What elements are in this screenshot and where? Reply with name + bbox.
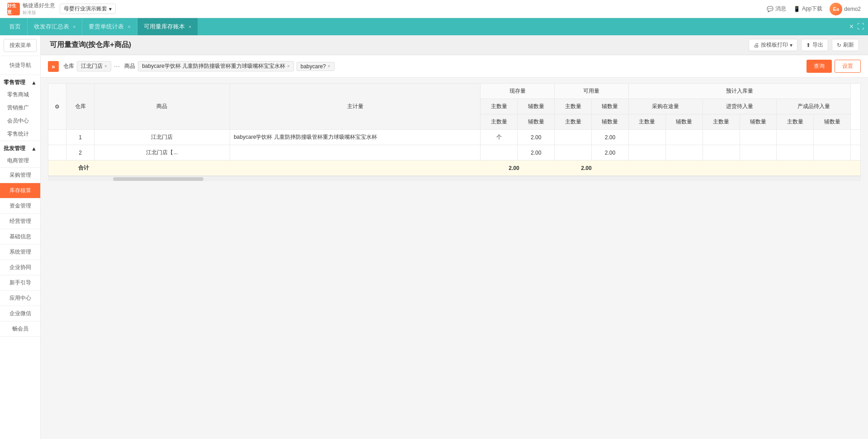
page-header: 可用量查询(按仓库+商品) 🖨 按模板打印 ▾ ⬆ 导出 ↻ 刷新 [41, 35, 868, 55]
sidebar-group-retail-header[interactable]: 零售管理 ▲ [0, 75, 40, 88]
warehouse-tag-close[interactable]: × [104, 64, 107, 69]
tab-orders-close[interactable]: × [127, 24, 130, 29]
row-production-aux-0 [851, 130, 861, 145]
th-available-main2: 主数量 [555, 114, 592, 130]
fullscreen-icon[interactable]: ⛶ [857, 23, 864, 31]
user-profile[interactable]: Ea demo2 [830, 3, 861, 15]
gear-icon: ⚙ [55, 104, 60, 110]
tab-available-close[interactable]: × [189, 24, 191, 29]
row-product-0: babycare学饮杯 儿童防摔防撞吸管杯重力球吸嘴杯宝宝水杯 [230, 130, 480, 145]
row-incoming-main-1 [740, 145, 777, 160]
sidebar-item-ecommerce[interactable]: 电商管理 [0, 154, 40, 167]
chevron-down-icon: ▾ [109, 6, 112, 12]
row-warehouse-1: 江北门店【... [94, 145, 230, 160]
tab-orders[interactable]: 要货单统计表 × [82, 18, 137, 35]
th-stock-aux: 辅数量 [518, 99, 555, 114]
page-actions: 🖨 按模板打印 ▾ ⬆ 导出 ↻ 刷新 [749, 39, 859, 51]
print-chevron-icon: ▾ [790, 42, 793, 48]
th-gear[interactable]: ⚙ [48, 84, 66, 130]
th-available-aux2: 辅数量 [591, 114, 628, 130]
row-purchase-main-0 [665, 130, 703, 145]
warehouse-tag[interactable]: 江北门店 × [77, 61, 111, 71]
row-incoming-main-0 [740, 130, 777, 145]
sidebar-item-basics[interactable]: 基础信息 [0, 229, 40, 245]
tab-bar-actions: × ⛶ [849, 23, 868, 31]
th-stock-main2: 主数量 [481, 114, 518, 130]
th-unit: 主计量 [230, 84, 480, 130]
product-tag2[interactable]: babycare? × [297, 62, 335, 71]
row-production-main-1 [814, 145, 851, 160]
row-incoming-aux-1 [777, 145, 814, 160]
sidebar-item-retail-mall[interactable]: 零售商城 [0, 88, 40, 101]
row-warehouse-0: 江北门店 [94, 130, 230, 145]
warehouse-more-icon[interactable]: ··· [114, 62, 120, 71]
sidebar-item-member[interactable]: 会员中心 [0, 114, 40, 127]
sidebar-item-operations[interactable]: 经营管理 [0, 214, 40, 229]
sidebar-group-retail: 零售管理 ▲ 零售商城 营销推广 会员中心 零售统计 [0, 75, 40, 141]
row-purchase-aux-0 [703, 130, 740, 145]
query-button[interactable]: 查询 [807, 60, 832, 73]
export-button[interactable]: ⬆ 导出 [801, 39, 828, 51]
sidebar-item-finance[interactable]: 资金管理 [0, 198, 40, 214]
row-available-aux-1 [628, 145, 665, 160]
sidebar-item-inventory[interactable]: 库存核算 [0, 183, 40, 198]
sidebar-item-purchase[interactable]: 采购管理 [0, 168, 40, 183]
sidebar: 搜索菜单 快捷导航 零售管理 ▲ 零售商城 营销推广 会员中心 零售统计 批发管… [0, 35, 41, 439]
th-incoming-aux: 辅数量 [740, 114, 777, 130]
sidebar-item-system[interactable]: 系统管理 [0, 245, 40, 260]
sidebar-item-guide[interactable]: 新手引导 [0, 275, 40, 291]
row-incoming-aux-0 [777, 130, 814, 145]
filter-toggle-button[interactable]: » [48, 61, 59, 72]
enterprise-select[interactable]: 母婴行业演示账套 ▾ [60, 4, 116, 14]
row-stock-aux-0 [555, 130, 592, 145]
scroll-thumb[interactable] [113, 177, 203, 181]
tab-home[interactable]: 首页 [0, 18, 28, 35]
table-scrollbar[interactable] [48, 176, 861, 181]
row-production-aux-1 [851, 145, 861, 160]
sidebar-item-marketing[interactable]: 营销推广 [0, 101, 40, 114]
sidebar-item-quick-nav[interactable]: 快捷导航 [0, 59, 40, 72]
product-tag1-close[interactable]: × [287, 64, 290, 69]
row-gear-1 [48, 145, 66, 160]
logo-text: 畅捷通好生意 标准版 [23, 2, 55, 16]
tab-available[interactable]: 可用量库存账本 × [137, 18, 198, 35]
row-gear-0 [48, 130, 66, 145]
th-production-aux: 辅数量 [814, 114, 851, 130]
refresh-icon: ↻ [837, 42, 841, 48]
sidebar-search-area: 搜索菜单 [0, 35, 40, 56]
chevron-up-icon: ▲ [31, 80, 37, 86]
row-available-main-0: 2.00 [591, 130, 628, 145]
data-table: ⚙ 仓库 商品 主计量 现存量 可用量 预计入库量 主数量 辅数量 主数量 辅数… [48, 83, 861, 160]
sidebar-item-retail-stats[interactable]: 零售统计 [0, 127, 40, 141]
sidebar-item-wechat[interactable]: 企业微信 [0, 306, 40, 321]
main-layout: 搜索菜单 快捷导航 零售管理 ▲ 零售商城 营销推广 会员中心 零售统计 批发管… [0, 35, 868, 439]
refresh-button[interactable]: ↻ 刷新 [832, 39, 859, 51]
row-index-1: 2 [66, 145, 94, 160]
product-tag1[interactable]: babycare学饮杯 儿童防摔防撞吸管杯重力球吸嘴杯宝宝水杯 × [138, 61, 294, 71]
filter-warehouse: 仓库 江北门店 × ··· [63, 61, 120, 71]
message-icon: 💬 [767, 6, 774, 12]
tab-receipts-close[interactable]: × [73, 24, 75, 29]
header-left: 好生意 畅捷通好生意 标准版 母婴行业演示账套 ▾ [7, 2, 116, 16]
row-stock-main-0: 2.00 [518, 130, 555, 145]
message-button[interactable]: 💬 消息 [767, 5, 786, 13]
product-tag2-close[interactable]: × [328, 64, 330, 69]
tab-close-all-icon[interactable]: × [849, 23, 854, 31]
search-menu-button[interactable]: 搜索菜单 [4, 39, 37, 52]
row-unit-1 [481, 145, 518, 160]
print-button[interactable]: 🖨 按模板打印 ▾ [749, 39, 797, 51]
row-purchase-main-1 [665, 145, 703, 160]
app-download-button[interactable]: 📱 App下载 [793, 5, 822, 13]
sidebar-item-vip[interactable]: 畅会员 [0, 321, 40, 337]
row-unit-0: 个 [481, 130, 518, 145]
logo-icon: 好生意 [7, 3, 20, 15]
sidebar-item-apps[interactable]: 应用中心 [0, 291, 40, 306]
sidebar-item-enterprise[interactable]: 企业协同 [0, 260, 40, 275]
settings-button[interactable]: 设置 [835, 60, 861, 73]
tab-receipts[interactable]: 收发存汇总表 × [28, 18, 82, 35]
th-warehouse: 仓库 [66, 84, 94, 130]
th-planned-group: 预计入库量 [628, 84, 850, 99]
th-production-group: 产成品待入量 [777, 99, 851, 114]
sidebar-group-wholesale-header[interactable]: 批发管理 ▲ [0, 141, 40, 154]
header-right: 💬 消息 📱 App下载 Ea demo2 [767, 3, 861, 15]
